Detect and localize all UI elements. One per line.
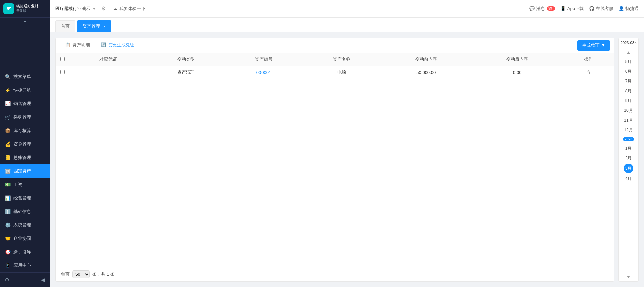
timeline-month-1月[interactable]: 1月 [619, 144, 638, 153]
sidebar-item-quicknav[interactable]: ⚡快捷导航 [0, 84, 50, 97]
guide-icon: 🎯 [5, 249, 11, 255]
pagination: 每页 50 10 20 100 条，共 1 条 [56, 267, 614, 281]
sidebar-item-operations[interactable]: 📊经营管理 [0, 191, 50, 205]
timeline-month-12月[interactable]: 12月 [619, 125, 638, 135]
sidebar-label-sales: 销售管理 [13, 101, 31, 107]
sub-tab-change-voucher-label: 变更生成凭证 [108, 42, 134, 48]
company-arrow-icon: ▼ [92, 7, 96, 11]
sidebar-item-appcenter[interactable]: 📱应用中心 [0, 259, 50, 272]
sidebar-item-ledger[interactable]: 📒总账管理 [0, 151, 50, 164]
sidebar-item-purchase[interactable]: 🛒采购管理 [0, 110, 50, 124]
sidebar: 财 畅捷通好业财 普及版 ▲ 🔍搜索菜单⚡快捷导航📈销售管理🛒采购管理📦库存核算… [0, 0, 50, 287]
per-page-select[interactable]: 50 10 20 100 [72, 270, 90, 278]
sub-tab-change-voucher[interactable]: 🔄 变更生成凭证 [95, 39, 140, 52]
tab-close-icon[interactable]: × [103, 24, 105, 28]
sidebar-item-funds[interactable]: 💰资金管理 [0, 137, 50, 151]
sidebar-label-purchase: 采购管理 [13, 114, 31, 120]
company-selector[interactable]: 医疗器械行业演示 ▼ [55, 6, 96, 12]
col-action: 操作 [563, 53, 614, 66]
tab-asset-manage[interactable]: 资产管理 × [77, 20, 111, 32]
row-checkbox[interactable] [60, 70, 65, 74]
cell-asset-code[interactable]: 000001 [225, 66, 303, 79]
timeline-down-btn[interactable]: ▼ [619, 272, 638, 281]
header-checkbox-cell [56, 53, 69, 66]
sidebar-label-funds: 资金管理 [13, 141, 31, 147]
timeline-close-icon[interactable]: × [634, 40, 637, 45]
sidebar-item-guide[interactable]: 🎯新手引导 [0, 245, 50, 259]
sidebar-item-enterprise[interactable]: 🤝企业协同 [0, 232, 50, 245]
timeline-header: 2023.03 × ⤢ [619, 38, 638, 47]
basicinfo-icon: ℹ️ [5, 209, 11, 214]
user-btn[interactable]: 👤 畅捷通 [619, 6, 639, 12]
sidebar-label-sysmanage: 系统管理 [13, 222, 31, 228]
sub-tab-asset-detail[interactable]: 📋 资产明细 [60, 39, 95, 52]
sidebar-item-basicinfo[interactable]: ℹ️基础信息 [0, 205, 50, 218]
generate-voucher-label: 生成凭证 [582, 42, 600, 49]
user-icon: 👤 [619, 6, 624, 11]
app-download-btn[interactable]: 📱 App下载 [560, 6, 584, 12]
sidebar-label-ledger: 总账管理 [13, 155, 31, 161]
experience-btn[interactable]: ☁ 我要体验一下 [113, 6, 146, 12]
logo-sub: 普及版 [16, 9, 38, 13]
sidebar-label-basicinfo: 基础信息 [13, 209, 31, 215]
timeline-month-11月[interactable]: 11月 [619, 116, 638, 125]
change-icon: 🔄 [101, 42, 106, 47]
funds-icon: 💰 [5, 141, 11, 147]
col-asset-name: 资产名称 [303, 53, 380, 66]
data-table: 对应凭证 变动类型 资产编号 资产名称 变动前内容 变动后内容 操作 [56, 53, 614, 79]
timeline-month-2月[interactable]: 2月 [619, 153, 638, 163]
timeline-month-9月[interactable]: 9月 [619, 96, 638, 106]
sidebar-label-appcenter: 应用中心 [13, 262, 31, 268]
message-btn[interactable]: 💬 消息 99 [529, 6, 555, 12]
sidebar-bottom: ⚙ ◀ [0, 272, 50, 287]
list-icon: 📋 [65, 42, 70, 47]
cell-voucher: -- [69, 66, 147, 79]
experience-text: 我要体验一下 [119, 6, 146, 12]
sidebar-scroll-up[interactable]: ▲ [0, 18, 50, 24]
sub-tabs: 📋 资产明细 🔄 变更生成凭证 生成凭证 ▼ [56, 38, 614, 53]
timeline-month-7月[interactable]: 7月 [619, 76, 638, 86]
timeline-month-5月[interactable]: 5月 [619, 57, 638, 67]
select-all-checkbox[interactable] [60, 57, 65, 61]
sidebar-item-sysmanage[interactable]: ⚙️系统管理 [0, 218, 50, 232]
sidebar-item-payroll[interactable]: 💵工资 [0, 178, 50, 191]
generate-voucher-btn[interactable]: 生成凭证 ▼ [577, 40, 610, 51]
dropdown-arrow-icon: ▼ [601, 43, 605, 48]
logo-name: 畅捷通好业财 [16, 4, 38, 8]
timeline-expand-icon[interactable]: ⤢ [638, 40, 639, 45]
main-panel: 📋 资产明细 🔄 变更生成凭证 生成凭证 ▼ [55, 38, 614, 282]
sidebar-item-fixedassets[interactable]: 🏢固定资产 [0, 164, 50, 178]
service-btn[interactable]: 🎧 在线客服 [589, 6, 613, 12]
timeline-up-btn[interactable]: ▲ [619, 47, 638, 57]
purchase-icon: 🛒 [5, 115, 11, 120]
topbar-right: 💬 消息 99 📱 App下载 🎧 在线客服 👤 畅捷通 [529, 6, 639, 12]
sidebar-item-inventory[interactable]: 📦库存核算 [0, 124, 50, 137]
app-icon: 📱 [560, 6, 566, 11]
logo-icon: 财 [3, 3, 14, 14]
settings-icon[interactable]: ⚙ [5, 277, 9, 283]
timeline-month-8月[interactable]: 8月 [619, 86, 638, 96]
cell-asset-name: 电脑 [303, 66, 380, 79]
collapse-icon[interactable]: ◀ [41, 277, 45, 283]
message-icon: 💬 [529, 6, 535, 11]
delete-icon[interactable]: 🗑 [586, 70, 591, 75]
sales-icon: 📈 [5, 101, 11, 106]
timeline-panel: 2023.03 × ⤢ ▲ 5月6月7月8月9月10月11月12月20231月2… [618, 38, 639, 282]
sidebar-item-sales[interactable]: 📈销售管理 [0, 97, 50, 110]
sidebar-label-guide: 新手引导 [13, 249, 31, 255]
sub-tab-asset-detail-label: 资产明细 [72, 42, 90, 48]
table-row: -- 资产清理 000001 电脑 50,000.00 0.00 🗑 [56, 66, 614, 79]
timeline-month-10月[interactable]: 10月 [619, 106, 638, 116]
tab-home[interactable]: 首页 [55, 20, 75, 32]
app-label: App下载 [567, 6, 584, 12]
sidebar-item-search[interactable]: 🔍搜索菜单 [0, 70, 50, 84]
col-change-type: 变动类型 [147, 53, 225, 66]
sidebar-label-operations: 经营管理 [13, 195, 31, 201]
timeline-month-6月[interactable]: 6月 [619, 67, 638, 76]
main-area: 医疗器械行业演示 ▼ ⚙ ☁ 我要体验一下 💬 消息 99 📱 App下载 🎧 … [50, 0, 644, 287]
timeline-month-4月[interactable]: 4月 [619, 174, 638, 184]
sidebar-label-payroll: 工资 [13, 182, 22, 188]
sidebar-label-search: 搜索菜单 [13, 74, 31, 80]
topbar-settings-icon[interactable]: ⚙ [101, 5, 106, 12]
timeline-month-3月[interactable]: 3月 [624, 164, 633, 173]
